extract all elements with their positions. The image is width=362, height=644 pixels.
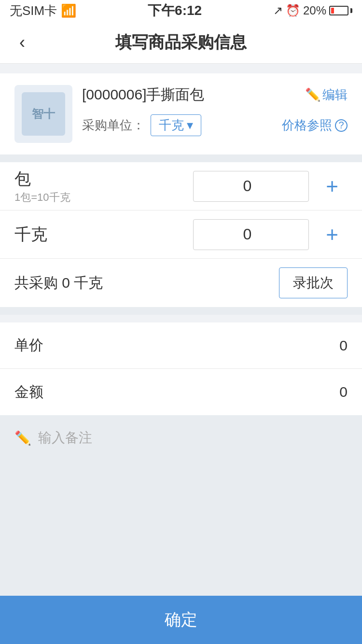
battery-icon [329,6,352,15]
bag-sub-label: 1包=10千克 [14,190,72,205]
summary-row: 共采购 0 千克 录批次 [0,259,362,307]
remark-section[interactable]: ✏️ 输入备注 [0,415,362,461]
bag-plus-button[interactable]: + [317,171,348,202]
bag-field-wrap: + [72,171,348,202]
location-icon: ↗ [273,4,283,17]
product-name-row: [0000006]手撕面包 ✏️ 编辑 [82,85,348,105]
info-icon: ? [335,119,348,132]
product-logo: 智十 [22,92,65,136]
summary-text: 共采购 0 千克 [14,273,103,293]
confirm-button[interactable]: 确定 [0,596,362,644]
kg-input-row: 千克 + [0,210,362,259]
alarm-icon: ⏰ [286,4,300,17]
status-bar: 无SIM卡 📶 下午6:12 ↗ ⏰ 20% [0,0,362,21]
unit-price-value: 0 [339,337,348,354]
bag-input[interactable] [193,171,309,202]
product-unit-row: 采购单位： 千克 ▾ 价格参照 ? [82,114,348,136]
kg-plus-button[interactable]: + [317,219,348,250]
price-section: 单价 0 金额 0 [0,322,362,415]
status-time: 下午6:12 [148,1,202,20]
section-divider-2 [0,307,362,315]
status-left: 无SIM卡 📶 [10,2,76,19]
bag-label: 包 [14,168,72,190]
amount-label: 金额 [14,382,43,402]
edit-button[interactable]: ✏️ 编辑 [305,86,348,103]
unit-price-row: 单价 0 [0,322,362,369]
unit-select[interactable]: 千克 ▾ [151,114,201,136]
product-card: 智十 [0000006]手撕面包 ✏️ 编辑 采购单位： 千克 ▾ 价格参照 [0,73,362,154]
page-title: 填写商品采购信息 [115,31,247,54]
kg-field-wrap: + [72,219,348,250]
kg-input[interactable] [193,219,309,250]
summary-quantity: 0 [62,275,70,291]
kg-label: 千克 [14,224,72,246]
remark-placeholder: 输入备注 [38,429,92,447]
product-image: 智十 [14,85,72,143]
back-button[interactable]: ‹ [14,28,30,57]
batch-button[interactable]: 录批次 [279,267,348,298]
unit-label: 采购单位： [82,117,145,134]
wifi-icon: 📶 [61,3,76,18]
carrier-label: 无SIM卡 [10,2,57,19]
chevron-down-icon: ▾ [187,118,193,133]
pencil-icon: ✏️ [14,430,31,446]
unit-price-label: 单价 [14,336,43,355]
bag-label-container: 包 1包=10千克 [14,168,72,205]
battery-percent: 20% [303,4,326,17]
nav-bar: ‹ 填写商品采购信息 [0,21,362,64]
product-name: [0000006]手撕面包 [82,85,204,105]
product-info: [0000006]手撕面包 ✏️ 编辑 采购单位： 千克 ▾ 价格参照 ? [82,85,348,136]
section-divider-1 [0,154,362,162]
amount-row: 金额 0 [0,369,362,415]
bag-input-row: 包 1包=10千克 + [0,162,362,210]
amount-value: 0 [339,384,348,400]
price-ref-button[interactable]: 价格参照 ? [282,117,348,134]
input-section: 包 1包=10千克 + 千克 + [0,162,362,259]
kg-label-container: 千克 [14,224,72,246]
status-right: ↗ ⏰ 20% [273,4,352,17]
edit-icon: ✏️ [305,87,320,102]
